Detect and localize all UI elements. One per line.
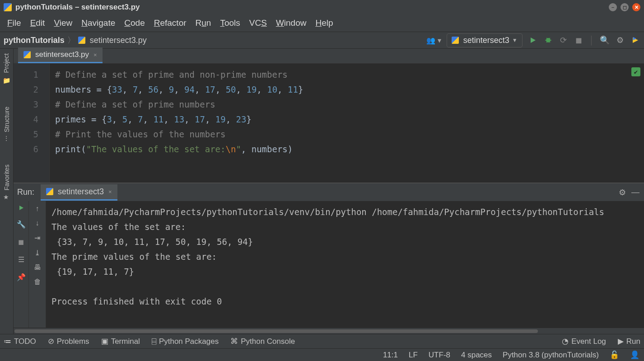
- terminal-button[interactable]: ▣ Terminal: [101, 337, 140, 346]
- pin-icon[interactable]: 📌: [17, 273, 26, 281]
- run-settings-icon[interactable]: ⚙: [619, 188, 626, 197]
- code-editor[interactable]: 1 2 3 4 5 6 # Define a set of prime and …: [14, 64, 644, 183]
- left-toolwindow-rail: Project 📁 Structure ⋮ Favorites ★: [0, 49, 14, 334]
- run-panel-tab-label: setintersect3: [58, 187, 104, 197]
- console-output[interactable]: /home/fahmida/PycharmProjects/pythonTuto…: [46, 201, 644, 328]
- status-line-separator[interactable]: LF: [409, 351, 418, 360]
- structure-icon: ⋮: [3, 135, 10, 142]
- run-panel-header: Run: setintersect3 × ⚙ —: [14, 183, 644, 201]
- editor-tabs: setintersect3.py ×: [14, 49, 644, 64]
- python-file-icon: [23, 51, 31, 58]
- close-run-tab-icon[interactable]: ×: [108, 188, 112, 195]
- status-lock-icon[interactable]: 🔓: [610, 350, 619, 360]
- run-side-toolbar: 🔧 ◼ ☰ 📌: [14, 201, 29, 328]
- run-tools-icon[interactable]: 🔧: [17, 220, 26, 229]
- folder-icon[interactable]: 📁: [3, 77, 10, 84]
- rail-project[interactable]: Project: [3, 53, 10, 73]
- rerun-with-coverage-button[interactable]: ⟳: [559, 35, 569, 45]
- run-console-toolbar: ↑ ↓ ⇥ ⤓ 🖶 🗑: [29, 201, 46, 328]
- python-file-icon: [78, 37, 85, 44]
- rerun-button[interactable]: [18, 205, 24, 211]
- menu-file[interactable]: File: [4, 16, 25, 30]
- python-packages-button[interactable]: ⌸ Python Packages: [152, 337, 219, 346]
- status-caret-position[interactable]: 11:1: [383, 351, 398, 360]
- window-minimize-button[interactable]: –: [609, 3, 617, 11]
- menu-tools[interactable]: Tools: [216, 16, 243, 30]
- layout-icon[interactable]: ☰: [18, 255, 24, 264]
- menu-edit[interactable]: Edit: [27, 16, 49, 30]
- console-horizontal-scrollbar[interactable]: [14, 328, 644, 334]
- bottom-toolwindow-bar: ≔ TODO ⊘ Problems ▣ Terminal ⌸ Python Pa…: [0, 334, 644, 348]
- run-button[interactable]: [528, 37, 538, 44]
- close-tab-icon[interactable]: ×: [93, 52, 97, 58]
- breadcrumb: pythonTutorials 〉 setintersect3.py: [4, 35, 147, 46]
- people-icon[interactable]: 👥 ▾: [426, 36, 441, 45]
- run-panel-label: Run:: [17, 188, 34, 197]
- wrap-icon[interactable]: ⇥: [34, 234, 40, 242]
- todo-button[interactable]: ≔ TODO: [4, 337, 36, 346]
- python-icon: [452, 37, 459, 44]
- search-icon[interactable]: 🔍: [600, 35, 610, 45]
- navigation-bar: pythonTutorials 〉 setintersect3.py 👥 ▾ s…: [0, 32, 644, 49]
- run-configuration-selector[interactable]: setintersect3 ▼: [447, 33, 523, 47]
- inspection-ok-icon[interactable]: ✔: [631, 67, 640, 76]
- window-maximize-button[interactable]: ◻: [621, 3, 629, 11]
- stop-button-side[interactable]: ◼: [18, 238, 24, 246]
- ide-icon[interactable]: [630, 36, 640, 44]
- scrollbar-thumb[interactable]: [14, 329, 538, 333]
- menu-window[interactable]: Window: [272, 16, 310, 30]
- status-encoding[interactable]: UTF-8: [429, 351, 450, 360]
- chevron-down-icon: ▼: [512, 37, 518, 43]
- breadcrumb-project[interactable]: pythonTutorials: [4, 36, 65, 45]
- run-panel-tab[interactable]: setintersect3 ×: [41, 184, 117, 201]
- menu-refactor[interactable]: Refactor: [150, 16, 190, 30]
- menu-run[interactable]: Run: [192, 16, 215, 30]
- breadcrumb-file[interactable]: setintersect3.py: [90, 36, 147, 45]
- menu-navigate[interactable]: Navigate: [78, 16, 119, 30]
- window-close-button[interactable]: ✕: [632, 3, 640, 11]
- editor-tab-label: setintersect3.py: [35, 50, 89, 59]
- editor-content[interactable]: # Define a set of prime and non-prime nu…: [50, 64, 303, 183]
- star-icon: ★: [3, 193, 10, 201]
- rail-structure[interactable]: Structure: [3, 107, 10, 132]
- run-minimize-icon[interactable]: —: [631, 188, 639, 197]
- python-icon: [46, 188, 53, 195]
- stop-button[interactable]: ◼: [574, 35, 584, 45]
- debug-button[interactable]: [543, 36, 553, 44]
- settings-icon[interactable]: ⚙: [615, 35, 625, 45]
- menu-code[interactable]: Code: [121, 16, 148, 30]
- breadcrumb-separator: 〉: [67, 35, 75, 46]
- down-icon[interactable]: ↓: [36, 219, 39, 227]
- menu-bar: File Edit View Navigate Code Refactor Ru…: [0, 14, 644, 32]
- print-icon[interactable]: 🖶: [34, 263, 41, 272]
- run-toolwindow-button[interactable]: ▶ Run: [618, 337, 640, 346]
- window-title: pythonTutorials – setintersect3.py: [15, 3, 140, 12]
- event-log-button[interactable]: ◔ Event Log: [562, 337, 606, 346]
- editor-tab-active[interactable]: setintersect3.py ×: [18, 47, 103, 63]
- menu-vcs[interactable]: VCS: [246, 16, 271, 30]
- run-tool-window: Run: setintersect3 × ⚙ — 🔧 ◼ ☰ 📌: [14, 183, 644, 334]
- status-interpreter[interactable]: Python 3.8 (pythonTutorials): [503, 351, 599, 360]
- run-config-name: setintersect3: [463, 36, 509, 45]
- scroll-end-icon[interactable]: ⤓: [34, 248, 40, 257]
- rail-favorites[interactable]: Favorites: [3, 164, 10, 191]
- editor-gutter: 1 2 3 4 5 6: [14, 64, 50, 183]
- app-icon: [4, 3, 12, 11]
- status-person-icon[interactable]: 👤: [630, 350, 639, 360]
- title-bar: pythonTutorials – setintersect3.py – ◻ ✕: [0, 0, 644, 14]
- up-icon[interactable]: ↑: [36, 205, 39, 213]
- status-indent[interactable]: 4 spaces: [461, 351, 492, 360]
- python-console-button[interactable]: ⌘ Python Console: [230, 337, 295, 346]
- menu-view[interactable]: View: [50, 16, 76, 30]
- trash-icon[interactable]: 🗑: [34, 278, 41, 286]
- status-bar: 11:1 LF UTF-8 4 spaces Python 3.8 (pytho…: [0, 348, 644, 361]
- problems-button[interactable]: ⊘ Problems: [48, 337, 89, 346]
- menu-help[interactable]: Help: [312, 16, 336, 30]
